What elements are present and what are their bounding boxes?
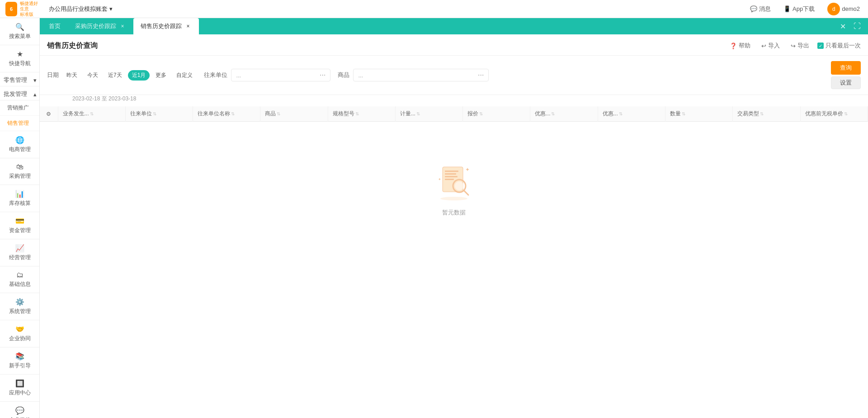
sort-icon: ⇅ (682, 111, 685, 116)
partner-filter-group: 往来单位 ... ··· (204, 69, 330, 81)
logo-area: 6 畅捷通好生意 标准版 (5, 1, 42, 17)
th-discount1-label: 优惠... (535, 110, 550, 118)
sidebar-item-marketing[interactable]: 营销推广 (0, 100, 39, 116)
gear-icon: ⚙ (46, 111, 51, 117)
tab-purchase-close-icon[interactable]: × (119, 23, 126, 30)
user-menu-button[interactable]: d demo2 (825, 1, 863, 17)
date-btn-more[interactable]: 更多 (151, 70, 170, 81)
import-button[interactable]: ↩ 导入 (759, 40, 783, 52)
filter-area: 日期 昨天 今天 近7天 近1月 更多 自定义 往来单位 ... ··· (40, 56, 868, 95)
svg-line-10 (464, 190, 468, 195)
date-btn-yesterday[interactable]: 昨天 (62, 70, 81, 81)
app-logo-icon: 6 (5, 2, 17, 16)
date-filter-group: 日期 昨天 今天 近7天 近1月 更多 自定义 (47, 70, 197, 81)
th-pre-tax-price[interactable]: 优惠前无税单价 ⇅ (800, 106, 868, 122)
tab-fullscreen-button[interactable]: ⛶ (852, 21, 863, 32)
settings-button[interactable]: 设置 (831, 76, 861, 89)
svg-rect-6 (445, 176, 458, 177)
message-icon: 💬 (750, 5, 757, 12)
th-settings[interactable]: ⚙ (40, 106, 58, 122)
sidebar-label-shortcut: 快捷导航 (9, 60, 31, 67)
base-icon: 🗂 (16, 271, 24, 279)
tab-sales-history[interactable]: 销售历史价跟踪 × (133, 18, 199, 34)
message-button[interactable]: 💬 消息 (747, 3, 774, 15)
sidebar-label-purchase: 采购管理 (9, 172, 31, 180)
sidebar-item-guide[interactable]: 📚 新手引导 (0, 347, 39, 375)
th-partner-name[interactable]: 往来单位名称 ⇅ (193, 106, 260, 122)
sidebar-item-ops[interactable]: 📈 经营管理 (0, 239, 39, 266)
sidebar-item-ecommerce[interactable]: 🌐 电商管理 (0, 131, 39, 158)
partner-input[interactable]: ... ··· (231, 69, 330, 81)
tab-purchase-history[interactable]: 采购历史价跟踪 × (68, 18, 133, 34)
sort-icon: ⇅ (90, 111, 94, 116)
sidebar-item-base[interactable]: 🗂 基础信息 (0, 266, 39, 293)
sort-icon: ⇅ (619, 111, 623, 116)
sidebar-label-collab: 企业协同 (9, 335, 31, 342)
sidebar-label-wechat: 企业微信 (9, 416, 31, 418)
export-label: 导出 (797, 42, 809, 50)
sidebar-item-retail[interactable]: 零售管理 ▾ (0, 72, 39, 86)
th-qty[interactable]: 数量 ⇅ (665, 106, 733, 122)
date-btn-custom[interactable]: 自定义 (172, 70, 197, 81)
query-button[interactable]: 查询 (831, 61, 861, 75)
data-table: ⚙ 业务发生... ⇅ 往来单位 (40, 106, 868, 253)
export-button[interactable]: ↪ 导出 (788, 40, 812, 52)
tab-home[interactable]: 首页 (42, 18, 68, 34)
guide-icon: 📚 (15, 352, 24, 361)
svg-rect-4 (445, 171, 458, 172)
sidebar-item-wholesale[interactable]: 批发管理 ▴ (0, 86, 39, 100)
only-last-checkbox[interactable]: ✓ 只看最后一次 (817, 42, 861, 50)
top-header: 6 畅捷通好生意 标准版 办公用品行业模拟账套 ▾ 💬 消息 📱 App下载 d… (0, 0, 868, 18)
search-icon: 🔍 (15, 23, 24, 31)
th-discount1[interactable]: 优惠... ⇅ (530, 106, 598, 122)
avatar: d (827, 3, 840, 15)
sort-icon: ⇅ (231, 111, 235, 116)
sidebar-item-finance[interactable]: 💳 资金管理 (0, 212, 39, 239)
svg-point-2 (440, 197, 467, 200)
sidebar-label-appstore: 应用中心 (9, 389, 31, 397)
sidebar-item-search[interactable]: 🔍 搜索菜单 (0, 18, 39, 45)
empty-state: ✦ ✦ 暂元数据 (40, 122, 868, 253)
header-right: 💬 消息 📱 App下载 d demo2 (747, 1, 863, 17)
chevron-down-icon: ▾ (33, 77, 37, 84)
th-biz-date[interactable]: 业务发生... ⇅ (58, 106, 125, 122)
date-btn-7days[interactable]: 近7天 (104, 70, 126, 81)
app-download-button[interactable]: 📱 App下载 (781, 3, 817, 15)
th-spec[interactable]: 规格型号 ⇅ (328, 106, 395, 122)
product-input[interactable]: ... ··· (353, 69, 489, 81)
th-unit[interactable]: 计量... ⇅ (395, 106, 462, 122)
tab-home-label: 首页 (49, 22, 61, 30)
sidebar-item-wechat[interactable]: 💬 企业微信 (0, 402, 39, 418)
help-label: 帮助 (739, 42, 750, 50)
star-icon: ★ (17, 50, 23, 58)
import-label: 导入 (768, 42, 780, 50)
sort-icon: ⇅ (355, 111, 359, 116)
sidebar-item-purchase[interactable]: 🛍 采购管理 (0, 158, 39, 185)
sidebar-item-inventory[interactable]: 📊 库存核算 (0, 185, 39, 212)
help-button[interactable]: ❓ 帮助 (727, 40, 753, 52)
tab-close-all-button[interactable]: ✕ (837, 21, 848, 32)
sidebar-item-appstore[interactable]: 🔲 应用中心 (0, 375, 39, 402)
app-selector[interactable]: 办公用品行业模拟账套 ▾ (45, 3, 116, 15)
sidebar-item-collab[interactable]: 🤝 企业协同 (0, 320, 39, 347)
th-trade-type[interactable]: 交易类型 ⇅ (733, 106, 800, 122)
sidebar-item-sales[interactable]: 销售管理 (0, 116, 39, 131)
sidebar-label-inventory: 库存核算 (9, 200, 31, 207)
th-price[interactable]: 报价 ⇅ (463, 106, 530, 122)
date-btn-1month[interactable]: 近1月 (128, 70, 150, 81)
th-partner-name-label: 往来单位名称 (198, 110, 230, 118)
sidebar-item-system[interactable]: ⚙️ 系统管理 (0, 293, 39, 320)
th-partner-code[interactable]: 往来单位 ⇅ (125, 106, 193, 122)
th-discount2[interactable]: 优惠... ⇅ (598, 106, 665, 122)
th-price-label: 报价 (467, 110, 478, 118)
svg-point-9 (455, 181, 464, 190)
main-layout: 🔍 搜索菜单 ★ 快捷导航 零售管理 ▾ 批发管理 ▴ 营销推广 销售管理 🌐 … (0, 18, 868, 418)
th-product[interactable]: 商品 ⇅ (260, 106, 328, 122)
tab-sales-close-icon[interactable]: × (184, 23, 192, 30)
wechat-icon: 💬 (15, 406, 24, 415)
sidebar-item-shortcut[interactable]: ★ 快捷导航 (0, 45, 39, 72)
date-range-text: 2023-02-18 至 2023-03-18 (72, 95, 136, 102)
sidebar-label-guide: 新手引导 (9, 362, 31, 370)
date-btn-today[interactable]: 今天 (83, 70, 102, 81)
page-content: 销售历史价查询 ❓ 帮助 ↩ 导入 ↪ 导出 ✓ (40, 34, 868, 418)
